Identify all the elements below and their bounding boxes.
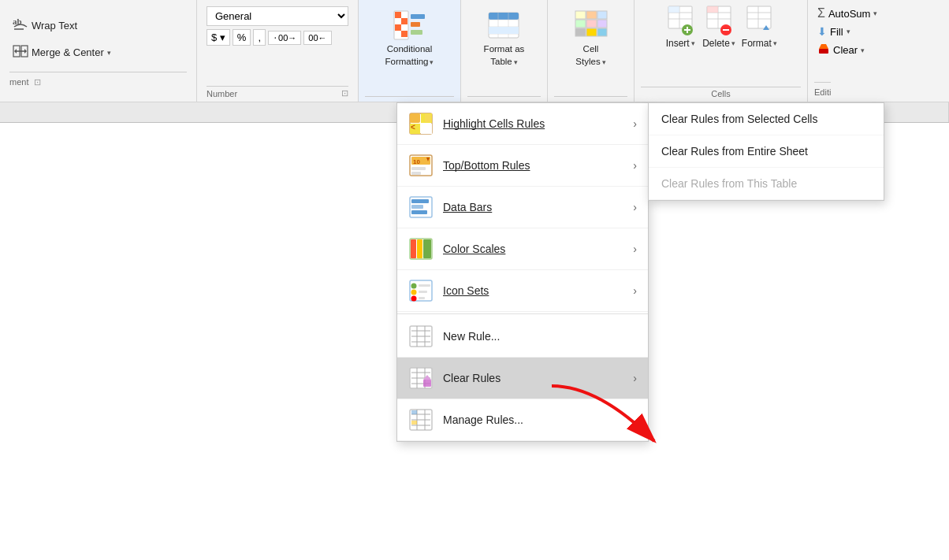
insert-icon [664,5,696,36]
comma-button[interactable]: , [253,29,266,46]
data-bars-arrow: › [633,201,637,213]
svg-text:10: 10 [413,158,420,165]
top-bottom-arrow: › [633,159,637,172]
autosum-button[interactable]: Σ AutoSum ▾ [814,5,880,22]
svg-rect-26 [489,27,519,34]
svg-rect-35 [597,28,607,36]
autosum-chevron: ▾ [873,9,877,17]
delete-button[interactable]: Delete ▾ [702,5,735,49]
new-rule-label: New Rule... [443,330,637,343]
cell-styles-chevron: ▾ [602,58,606,66]
conditional-formatting-button[interactable]: Conditional Formatting ▾ [381,5,439,71]
svg-rect-84 [419,297,425,299]
menu-item-icon-sets[interactable]: Icon Sets › [397,270,648,312]
svg-rect-55 [819,49,828,54]
format-table-label2: Table [490,57,512,68]
alignment-expand-icon[interactable]: ⊡ [34,77,41,87]
svg-marker-5 [14,49,17,54]
insert-chevron: ▾ [691,39,695,47]
svg-rect-27 [575,11,586,19]
svg-rect-75 [411,239,416,258]
menu-item-top-bottom-rules[interactable]: 10 Top/Bottom Rules › [397,145,648,187]
color-scales-icon [408,236,434,261]
clear-button[interactable]: Clear ▾ [814,41,880,59]
fill-button[interactable]: ⬇ Fill ▾ [814,24,880,39]
data-bars-label: Data Bars [443,201,623,213]
svg-rect-13 [401,24,408,31]
cell-styles-label1: Cell [583,44,599,55]
cell-styles-icon [574,8,608,43]
format-button[interactable]: Format ▾ [742,5,777,49]
increase-decimal-button[interactable]: ⬝00→ [268,31,301,45]
svg-text:<: < [411,123,415,132]
insert-button[interactable]: Insert ▾ [664,5,696,49]
wrap-text-button[interactable]: ab Wrap Text [9,14,80,37]
highlight-cells-arrow: › [633,117,637,130]
svg-rect-29 [597,11,607,19]
menu-item-highlight-cells-rules[interactable]: < Highlight Cells Rules › [397,103,648,145]
format-table-chevron: ▾ [514,58,518,66]
currency-button[interactable]: $ ▾ [207,29,230,46]
conditional-formatting-label1: Conditional [387,44,433,55]
format-table-section-bottom [467,96,541,98]
clear-selected-label: Clear Rules from Selected Cells [661,113,817,125]
svg-rect-33 [575,28,586,36]
svg-rect-12 [395,24,401,31]
conditional-formatting-menu: < Highlight Cells Rules › 10 Top/Bottom … [396,102,649,442]
svg-rect-32 [597,20,607,28]
menu-divider-1 [397,313,648,314]
svg-rect-11 [401,18,408,24]
decrease-decimal-button[interactable]: 00← [303,31,331,45]
svg-rect-17 [411,22,420,27]
svg-marker-6 [24,49,27,54]
number-section: General $ ▾ % , ⬝00→ 00← Number ⊡ [197,0,359,102]
clear-rules-arrow: › [633,372,637,384]
format-icon [743,5,775,36]
conditional-section-bottom [365,96,454,98]
number-expand-icon[interactable]: ⊡ [341,88,348,98]
clear-icon [817,43,830,57]
svg-rect-97 [423,380,431,387]
fill-label: Fill [830,26,843,38]
cell-styles-button[interactable]: Cell Styles ▾ [569,5,613,71]
svg-rect-106 [411,421,417,425]
conditional-formatting-section: Conditional Formatting ▾ [359,0,461,102]
clear-table-label: Clear Rules from This Table [661,177,797,190]
submenu-item-clear-selected[interactable]: Clear Rules from Selected Cells [649,103,884,135]
submenu-item-clear-entire[interactable]: Clear Rules from Entire Sheet [649,135,884,168]
svg-rect-72 [411,205,423,209]
wrap-text-icon: ab [13,16,28,35]
svg-rect-48 [707,6,718,13]
format-as-table-icon [486,8,521,43]
menu-item-color-scales[interactable]: Color Scales › [397,228,648,270]
conditional-formatting-label2: Formatting [385,57,429,68]
cell-styles-section: Cell Styles ▾ [548,0,635,102]
cells-section-label: Cells [641,87,801,98]
menu-item-new-rule[interactable]: New Rule... [397,316,648,358]
clear-label: Clear [833,44,858,56]
clear-rules-submenu: Clear Rules from Selected Cells Clear Ru… [648,102,884,201]
svg-point-83 [411,296,417,302]
svg-rect-68 [411,167,426,170]
ribbon: ab Wrap Text [0,0,949,102]
menu-item-data-bars[interactable]: Data Bars › [397,187,648,228]
svg-point-81 [411,290,417,295]
merge-center-button[interactable]: Merge & Center ▾ [9,42,114,64]
menu-item-manage-rules[interactable]: Manage Rules... [397,399,648,441]
menu-item-clear-rules[interactable]: Clear Rules › [397,358,648,399]
clear-rules-label: Clear Rules [443,372,623,384]
svg-rect-20 [489,13,519,20]
svg-rect-28 [586,11,597,19]
svg-rect-18 [411,30,422,35]
svg-rect-34 [586,28,597,36]
svg-rect-8 [395,12,401,18]
highlight-cells-icon: < [408,111,434,136]
color-scales-arrow: › [633,243,637,255]
percent-button[interactable]: % [233,29,251,46]
svg-rect-9 [401,12,408,18]
number-format-select[interactable]: General [207,6,348,26]
format-as-table-section: Format as Table ▾ [461,0,548,102]
merge-icon [13,43,28,62]
editing-section: Σ AutoSum ▾ ⬇ Fill ▾ Clear ▾ [808,0,918,102]
format-as-table-button[interactable]: Format as Table ▾ [479,5,530,71]
